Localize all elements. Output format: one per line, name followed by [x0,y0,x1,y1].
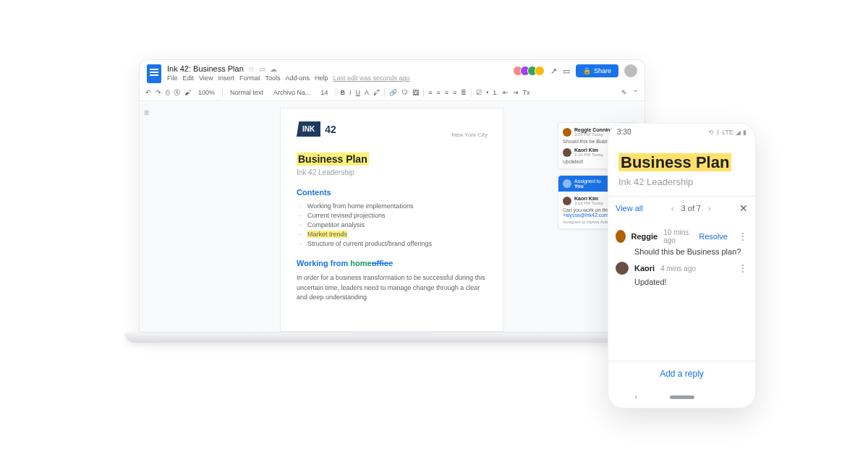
view-all-link[interactable]: View all [616,204,643,213]
star-icon[interactable]: ☆ [248,65,255,73]
indent-decrease-icon[interactable]: ⇤ [503,89,509,96]
toc-item[interactable]: →Market trends [297,231,488,238]
menu-addons[interactable]: Add-ons [285,74,310,82]
italic-icon[interactable]: I [349,89,352,96]
editing-mode-icon[interactable]: ✎ [621,89,627,96]
resolve-link[interactable]: Resolve [699,232,728,241]
history-icon[interactable]: ↗ [550,67,557,76]
battery-icon: ▮ [743,129,746,136]
align-center-icon[interactable]: ≡ [436,89,440,96]
toolbar-separator [471,88,472,97]
toolbar-separator [336,88,336,97]
account-avatar[interactable] [624,64,637,77]
numbered-list-icon[interactable]: 1. [493,89,498,96]
bulleted-list-icon[interactable]: • [486,89,488,96]
clear-format-icon[interactable]: Tx [523,89,530,96]
more-icon[interactable]: ⋮ [738,231,748,242]
align-left-icon[interactable]: ≡ [428,89,432,96]
logo-ink: INK [297,121,320,137]
document-page[interactable]: New York City INK 42 Business Plan Ink 4… [280,108,504,332]
comments-icon[interactable]: ▭ [563,67,570,76]
comment-time: 3:16 PM Today [574,201,603,205]
paint-format-icon[interactable]: 🖌 [184,89,191,96]
menu-help[interactable]: Help [315,74,328,82]
undo-icon[interactable]: ↶ [145,89,151,96]
move-icon[interactable]: ▭ [259,65,265,73]
text-color-icon[interactable]: A [365,89,369,96]
menu-file[interactable]: File [167,74,178,82]
style-select[interactable]: Normal text [227,87,266,98]
toc-item[interactable]: →Structure of current product/brand offe… [297,240,488,247]
toc-item[interactable]: →Competitor analysis [297,221,488,228]
highlight-icon[interactable]: 🖍 [373,89,380,96]
phone-document[interactable]: Business Plan Ink 42 Leadership [608,137,755,196]
line-spacing-icon[interactable]: ≣ [461,89,467,96]
arrow-icon: → [297,212,303,219]
align-justify-icon[interactable]: ≡ [453,89,456,96]
laptop-base [124,333,660,343]
arrow-icon: → [297,202,303,210]
thread-time: 10 mins ago [663,228,693,244]
print-icon[interactable]: ⎙ [166,89,169,96]
back-icon[interactable]: ‹ [635,392,638,402]
docs-logo-icon[interactable] [147,64,161,83]
checklist-icon[interactable]: ☑ [476,89,482,96]
underline-icon[interactable]: U [356,89,361,96]
align-right-icon[interactable]: ≡ [445,89,448,96]
indent-increase-icon[interactable]: ⇥ [513,89,519,96]
chevron-left-icon[interactable]: ‹ [671,204,674,213]
toc-item[interactable]: →Current revised projections [297,212,488,219]
section-heading[interactable]: Working from homeoffice [297,259,488,267]
font-select[interactable]: Archivo Na... [271,87,314,98]
spellcheck-icon[interactable]: Ⓐ [174,88,180,98]
close-icon[interactable]: ✕ [739,202,748,214]
chevron-right-icon[interactable]: › [708,204,711,213]
menu-view[interactable]: View [199,74,213,82]
toolbar-separator [384,88,385,97]
assigned-label: Assigned to [574,179,601,184]
menu-edit[interactable]: Edit [183,74,195,82]
cloud-status-icon[interactable]: ☁ [270,65,277,73]
link-icon[interactable]: 🔗 [389,89,397,96]
add-reply-button[interactable]: Add a reply [608,361,755,386]
add-comment-icon[interactable]: 🗨 [401,89,408,96]
menu-insert[interactable]: Insert [218,74,234,82]
redo-icon[interactable]: ↷ [156,89,161,96]
phone-title[interactable]: Business Plan [618,153,731,171]
toolbar: ↶ ↷ ⎙ Ⓐ 🖌 100% Normal text Archivo Na...… [140,85,644,101]
phone-subtitle[interactable]: Ink 42 Leadership [618,176,745,187]
page-locale: New York City [451,132,488,138]
outline-toggle-icon[interactable]: ≡ [144,108,156,119]
presence-avatars[interactable] [513,66,545,76]
doc-heading[interactable]: Business Plan [297,153,369,166]
avatar [616,262,629,275]
laptop-screen: Ink 42: Business Plan ☆ ▭ ☁ File Edit Vi… [139,59,645,333]
zoom-select[interactable]: 100% [195,87,218,98]
bold-icon[interactable]: B [341,89,346,96]
phone-statusbar: 3:30 ⟲ ᛒ LTE ◢ ▮ [608,124,755,137]
pager-label: 3 of 7 [681,204,702,213]
body-paragraph[interactable]: In order for a business transformation t… [297,273,488,303]
comment-thread: Reggie 10 mins ago Resolve ⋮ Should this… [608,220,755,286]
toolbar-separator [423,88,424,97]
section-prefix: Working from [297,259,350,267]
presence-avatar[interactable] [535,66,545,76]
menu-format[interactable]: Format [239,74,260,82]
contents-heading[interactable]: Contents [297,188,488,197]
table-of-contents: →Working from home implementations →Curr… [297,202,488,247]
toc-item[interactable]: →Working from home implementations [297,202,488,210]
menu-tools[interactable]: Tools [265,74,280,82]
document-title[interactable]: Ink 42: Business Plan [167,64,244,73]
comments-toolbar: View all ‹ 3 of 7 › ✕ [608,196,755,220]
avatar [563,128,571,137]
image-icon[interactable]: 🖼 [412,89,419,96]
more-icon[interactable]: ⋮ [738,262,748,274]
doc-subheading[interactable]: Ink 42 Leadership [297,168,488,176]
last-edit-link[interactable]: Last edit was seconds ago [333,74,409,82]
expand-icon[interactable]: ⌃ [633,89,639,96]
share-button[interactable]: 🔒 Share [576,64,618,77]
thread-text: Updated! [634,278,748,286]
phone-frame: 3:30 ⟲ ᛒ LTE ◢ ▮ Business Plan Ink 42 Le… [608,123,756,408]
size-select[interactable]: 14 [318,87,331,98]
home-pill-icon[interactable] [670,395,694,399]
